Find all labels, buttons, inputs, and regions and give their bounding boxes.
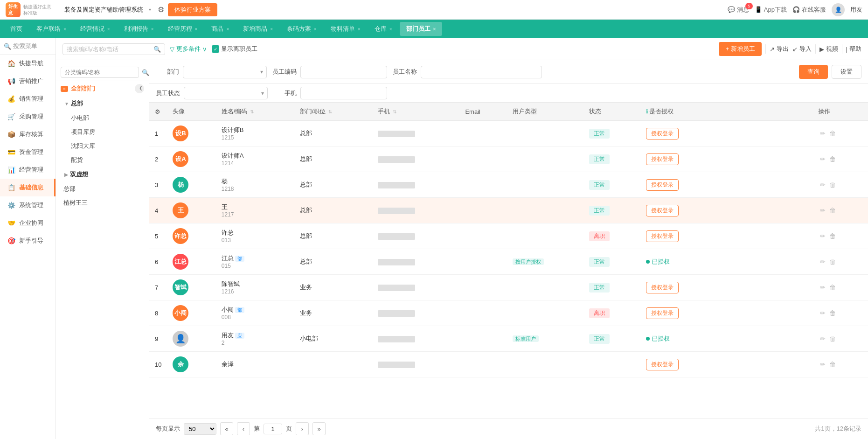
delete-btn[interactable]: 🗑	[827, 334, 838, 343]
auth-btn[interactable]: 授权登录	[646, 153, 679, 165]
sidebar-item-basic-info[interactable]: 📋 基础信息	[0, 179, 56, 196]
dept-tree-all[interactable]: ≡ 全部部门 《	[56, 81, 149, 96]
edit-btn[interactable]: ✏	[818, 283, 827, 292]
search-input[interactable]	[67, 46, 151, 53]
auth-btn[interactable]: 授权登录	[646, 128, 679, 139]
delete-btn[interactable]: 🗑	[827, 360, 838, 369]
sort-name-icon[interactable]: ⇅	[250, 109, 254, 114]
help-btn[interactable]: | 帮助	[846, 45, 861, 53]
sort-phone-icon[interactable]: ⇅	[393, 109, 396, 114]
delete-btn[interactable]: 🗑	[827, 180, 838, 189]
close-tab-barcode[interactable]: ×	[314, 27, 317, 32]
delete-btn[interactable]: 🗑	[827, 231, 838, 241]
tab-add-goods[interactable]: 新增商品 ×	[236, 22, 279, 36]
edit-btn[interactable]: ✏	[818, 154, 827, 164]
col-dept[interactable]: 部门/职位 ⇅	[294, 103, 373, 121]
app-download-btn[interactable]: 📱 App下载	[755, 6, 787, 14]
emp-name-input[interactable]	[421, 66, 542, 78]
edit-btn[interactable]: ✏	[818, 308, 827, 318]
col-name[interactable]: 姓名/编码 ⇅	[216, 103, 294, 121]
close-tab-department[interactable]: ×	[433, 27, 436, 32]
auth-btn[interactable]: 授权登录	[646, 179, 679, 191]
close-tab-goods[interactable]: ×	[226, 27, 229, 32]
sidebar-item-system[interactable]: ⚙️ 系统管理	[0, 196, 56, 214]
delete-btn[interactable]: 🗑	[827, 129, 838, 138]
tab-department[interactable]: 部门员工 ×	[400, 22, 443, 36]
first-page-btn[interactable]: «	[220, 422, 233, 435]
tab-profit[interactable]: 利润报告 ×	[118, 22, 160, 36]
tab-bom[interactable]: 物料清单 ×	[324, 22, 367, 36]
dept-child-peihuo[interactable]: 配货	[60, 153, 149, 167]
message-btn[interactable]: 💬 消息 5	[728, 6, 749, 14]
dept-child-shenyang[interactable]: 沈阳大库	[60, 139, 149, 153]
page-input[interactable]	[264, 424, 282, 434]
prev-page-btn[interactable]: ‹	[237, 422, 250, 435]
search-submit-icon[interactable]: 🔍	[153, 46, 161, 53]
tab-barcode[interactable]: 条码方案 ×	[280, 22, 323, 36]
import-btn[interactable]: ↙ 导入	[792, 45, 812, 53]
try-btn[interactable]: 体验行业方案	[168, 3, 217, 16]
query-btn[interactable]: 查询	[799, 65, 828, 79]
delete-btn[interactable]: 🗑	[827, 154, 838, 164]
export-btn[interactable]: ↗ 导出	[770, 45, 789, 53]
auth-btn[interactable]: 授权登录	[646, 282, 679, 293]
dept-search-input[interactable]	[61, 67, 139, 78]
delete-btn[interactable]: 🗑	[827, 206, 838, 215]
edit-btn[interactable]: ✏	[818, 180, 827, 189]
show-resigned-check[interactable]: ✓ 显示离职员工	[212, 45, 257, 53]
auth-btn[interactable]: 授权登录	[646, 307, 679, 319]
last-page-btn[interactable]: »	[312, 422, 326, 435]
dept-child-zongbu[interactable]: 总部	[56, 182, 149, 196]
close-tab-customer[interactable]: ×	[63, 27, 66, 32]
dept-group-label-sxx[interactable]: ▶ 双虚想	[60, 167, 149, 182]
delete-btn[interactable]: 🗑	[827, 308, 838, 318]
tab-history[interactable]: 经营历程 ×	[161, 22, 204, 36]
status-select[interactable]	[184, 87, 268, 99]
dept-child-zhishu[interactable]: 植树王三	[56, 196, 149, 210]
collapse-btn[interactable]: 《	[135, 84, 144, 93]
sidebar-item-finance[interactable]: 💳 资金管理	[0, 143, 56, 161]
sidebar-item-marketing[interactable]: 📢 营销推广	[0, 72, 56, 90]
reset-btn[interactable]: 设置	[832, 65, 861, 79]
close-tab-operation[interactable]: ×	[107, 27, 110, 32]
close-tab-bom[interactable]: ×	[358, 27, 361, 32]
sidebar-item-sales[interactable]: 💰 销售管理	[0, 90, 56, 108]
col-settings[interactable]: ⚙	[149, 103, 167, 121]
dept-child-xiaodibu[interactable]: 小电部	[60, 111, 149, 125]
tab-goods[interactable]: 商品 ×	[205, 22, 236, 36]
more-conditions-btn[interactable]: ▽ 更多条件 ∨	[170, 45, 207, 53]
auth-btn[interactable]: 授权登录	[646, 230, 679, 242]
tab-operation[interactable]: 经营情况 ×	[74, 22, 117, 36]
online-service-btn[interactable]: 🎧 在线客服	[792, 6, 826, 14]
user-avatar[interactable]: 👤	[832, 3, 845, 16]
sidebar-item-business[interactable]: 📊 经营管理	[0, 161, 56, 179]
view-btn[interactable]: ▶ 视频	[819, 45, 838, 53]
col-phone[interactable]: 手机 ⇅	[372, 103, 459, 121]
page-size-select[interactable]: 50 20 100	[184, 423, 216, 435]
edit-btn[interactable]: ✏	[818, 129, 827, 138]
dept-select[interactable]	[183, 66, 267, 78]
dept-search-icon[interactable]: 🔍	[142, 69, 149, 76]
close-tab-warehouse[interactable]: ×	[389, 27, 392, 32]
edit-btn[interactable]: ✏	[818, 206, 827, 215]
add-employee-btn[interactable]: + 新增员工	[719, 42, 761, 56]
edit-btn[interactable]: ✏	[818, 231, 827, 241]
sidebar-search[interactable]: 🔍 搜索菜单	[0, 38, 56, 55]
tab-customer[interactable]: 客户联络 ×	[30, 22, 73, 36]
edit-btn[interactable]: ✏	[818, 257, 827, 266]
arrow-down-icon[interactable]: ▾	[149, 7, 151, 12]
edit-btn[interactable]: ✏	[818, 360, 827, 369]
sidebar-item-quick-nav[interactable]: 🏠 快捷导航	[0, 55, 56, 72]
dept-group-label-main[interactable]: ▼ 总部	[60, 96, 149, 111]
phone-input[interactable]	[300, 87, 387, 99]
auth-btn[interactable]: 授权登录	[646, 205, 679, 216]
settings-icon[interactable]: ⚙	[158, 5, 164, 14]
emp-code-input[interactable]	[300, 66, 387, 78]
sidebar-item-guide[interactable]: 🎯 新手引导	[0, 232, 56, 250]
delete-btn[interactable]: 🗑	[827, 257, 838, 266]
delete-btn[interactable]: 🗑	[827, 283, 838, 292]
close-tab-add-goods[interactable]: ×	[270, 27, 273, 32]
close-tab-profit[interactable]: ×	[151, 27, 154, 32]
col-settings-icon[interactable]: ⚙	[155, 108, 160, 115]
tab-warehouse[interactable]: 仓库 ×	[368, 22, 399, 36]
